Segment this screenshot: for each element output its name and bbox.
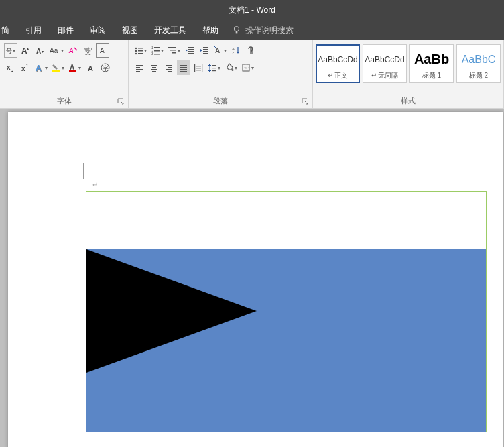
svg-text:A: A bbox=[100, 47, 105, 54]
style-heading-1[interactable]: AaBb 标题 1 bbox=[410, 44, 454, 83]
svg-rect-55 bbox=[152, 67, 156, 68]
styles-gallery[interactable]: AaBbCcDd ↵ 正文 AaBbCcDd ↵ 无间隔 AaBb 标题 1 A… bbox=[313, 40, 503, 94]
svg-rect-67 bbox=[202, 64, 202, 72]
shape-blue-region bbox=[86, 249, 486, 432]
change-case-button[interactable]: Aa▾ bbox=[48, 43, 65, 58]
group-font: 号▾ A▴ A▾ Aa▾ A wén文 A bbox=[0, 40, 129, 108]
shape-black-triangle bbox=[86, 249, 257, 373]
sort-button[interactable]: AZ bbox=[229, 43, 243, 58]
font-color-button[interactable]: A▾ bbox=[67, 60, 82, 75]
svg-point-0 bbox=[235, 27, 239, 31]
svg-text:Z: Z bbox=[232, 51, 235, 55]
svg-rect-49 bbox=[249, 46, 253, 46]
align-right-button[interactable] bbox=[162, 60, 176, 75]
style-normal[interactable]: AaBbCcDd ↵ 正文 bbox=[316, 44, 360, 83]
svg-rect-58 bbox=[166, 65, 172, 66]
align-left-button[interactable] bbox=[133, 60, 146, 75]
svg-rect-63 bbox=[180, 67, 187, 68]
grow-font-button[interactable]: A▴ bbox=[19, 43, 32, 58]
svg-text:A: A bbox=[68, 47, 74, 54]
svg-point-23 bbox=[135, 48, 137, 49]
tab-mailings[interactable]: 邮件 bbox=[50, 20, 82, 40]
increase-indent-button[interactable] bbox=[198, 43, 211, 58]
tab-references[interactable]: 引用 bbox=[17, 20, 50, 40]
tell-me-search[interactable]: 操作说明搜索 bbox=[232, 25, 294, 36]
font-size-partial[interactable]: 号▾ bbox=[4, 43, 17, 58]
bullets-button[interactable]: ▾ bbox=[133, 43, 148, 58]
superscript-button[interactable]: x² bbox=[19, 60, 32, 75]
svg-rect-30 bbox=[154, 47, 160, 48]
decrease-indent-button[interactable] bbox=[183, 43, 196, 58]
svg-point-27 bbox=[135, 53, 137, 54]
multilevel-list-button[interactable]: ▾ bbox=[166, 43, 182, 58]
svg-rect-62 bbox=[180, 65, 187, 66]
ribbon: 号▾ A▴ A▾ Aa▾ A wén文 A bbox=[0, 40, 504, 109]
svg-text:x: x bbox=[7, 64, 11, 71]
style-name: ↵ 无间隔 bbox=[371, 71, 399, 82]
svg-text:字: 字 bbox=[103, 65, 109, 72]
style-name: 标题 2 bbox=[469, 71, 488, 82]
show-hide-marks-button[interactable] bbox=[244, 43, 257, 58]
tab-view[interactable]: 视图 bbox=[114, 20, 146, 40]
tab-partial[interactable]: 简 bbox=[0, 20, 17, 40]
svg-rect-73 bbox=[212, 70, 216, 71]
subscript-button[interactable]: x₂ bbox=[4, 60, 17, 75]
svg-rect-72 bbox=[212, 68, 216, 68]
svg-rect-56 bbox=[151, 69, 158, 70]
numbering-button[interactable]: 123▾ bbox=[149, 43, 165, 58]
svg-text:A: A bbox=[88, 64, 93, 72]
style-name: ↵ 正文 bbox=[328, 71, 349, 82]
character-border-button[interactable]: A bbox=[96, 43, 109, 58]
style-no-spacing[interactable]: AaBbCcDd ↵ 无间隔 bbox=[363, 44, 407, 83]
svg-rect-70 bbox=[196, 70, 201, 70]
svg-rect-57 bbox=[152, 71, 156, 72]
document-title: 文档1 - Word bbox=[229, 5, 275, 16]
tell-me-label: 操作说明搜索 bbox=[245, 25, 294, 36]
title-bar: 文档1 - Word bbox=[0, 0, 504, 20]
document-area[interactable]: ↵ bbox=[0, 109, 504, 447]
style-preview: AaBbCcDd bbox=[365, 45, 404, 71]
shrink-font-button[interactable]: A▾ bbox=[34, 43, 47, 58]
group-font-label: 字体 bbox=[0, 94, 128, 108]
svg-rect-35 bbox=[168, 47, 176, 48]
tab-review[interactable]: 审阅 bbox=[82, 20, 114, 40]
text-effects-button[interactable]: A▾ bbox=[34, 60, 49, 75]
svg-rect-59 bbox=[168, 67, 172, 68]
svg-rect-41 bbox=[188, 53, 194, 54]
tab-help[interactable]: 帮助 bbox=[194, 20, 227, 40]
phonetic-guide-button[interactable]: wén文 bbox=[81, 43, 94, 58]
svg-rect-26 bbox=[138, 50, 143, 52]
svg-rect-69 bbox=[196, 68, 201, 68]
group-styles: AaBbCcDd ↵ 正文 AaBbCcDd ↵ 无间隔 AaBb 标题 1 A… bbox=[313, 40, 504, 108]
svg-rect-53 bbox=[136, 71, 140, 72]
borders-button[interactable]: ▾ bbox=[240, 60, 255, 75]
svg-text:文: 文 bbox=[85, 49, 91, 55]
character-shading-button[interactable]: A bbox=[84, 60, 97, 75]
svg-rect-19 bbox=[69, 70, 76, 72]
page[interactable]: ↵ bbox=[8, 112, 503, 447]
svg-text:x: x bbox=[21, 65, 25, 72]
paragraph-dialog-launcher[interactable] bbox=[302, 98, 310, 106]
clear-formatting-button[interactable]: A bbox=[66, 43, 80, 58]
style-heading-2[interactable]: AaBbC 标题 2 bbox=[456, 44, 501, 83]
highlight-button[interactable]: ▾ bbox=[50, 60, 66, 75]
distributed-button[interactable] bbox=[192, 60, 205, 75]
svg-rect-36 bbox=[170, 50, 176, 51]
inserted-shape[interactable] bbox=[86, 191, 487, 432]
align-center-button[interactable] bbox=[147, 60, 161, 75]
group-paragraph: ▾ 123▾ ▾ A▾ AZ bbox=[129, 40, 313, 108]
asian-layout-button[interactable]: A▾ bbox=[212, 43, 228, 58]
style-preview: AaBbC bbox=[462, 45, 496, 71]
font-dialog-launcher[interactable] bbox=[117, 98, 125, 106]
justify-button[interactable] bbox=[177, 60, 190, 75]
svg-rect-42 bbox=[203, 47, 208, 48]
svg-rect-71 bbox=[212, 65, 216, 66]
shading-button[interactable]: ▾ bbox=[223, 60, 239, 75]
svg-text:²: ² bbox=[26, 64, 28, 68]
svg-rect-45 bbox=[203, 53, 208, 54]
line-spacing-button[interactable]: ▾ bbox=[206, 60, 222, 75]
enclose-characters-button[interactable]: 字 bbox=[99, 60, 112, 75]
style-preview: AaBbCcDd bbox=[318, 45, 357, 71]
svg-rect-50 bbox=[136, 65, 143, 66]
tab-developer[interactable]: 开发工具 bbox=[146, 20, 194, 40]
